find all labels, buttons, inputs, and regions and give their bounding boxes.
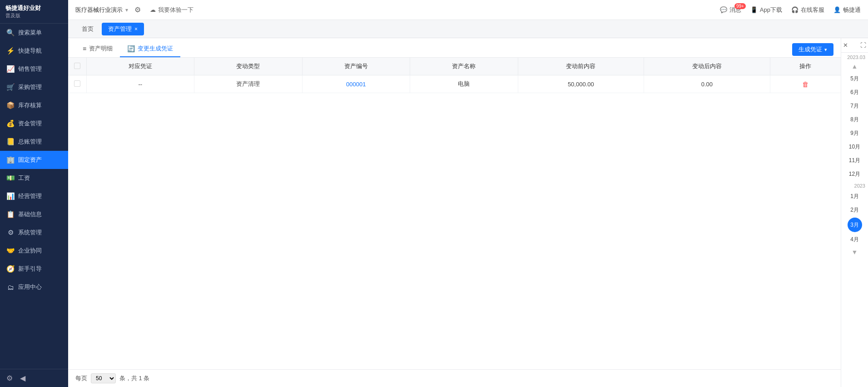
guide-icon: 🧭 bbox=[6, 265, 15, 273]
sidebar-item-ops[interactable]: 📊 经营管理 bbox=[0, 187, 68, 205]
select-all-checkbox[interactable] bbox=[74, 63, 80, 69]
experience-item[interactable]: ☁ 我要体验一下 bbox=[150, 6, 193, 14]
company-title: 医疗器械行业演示 ▾ bbox=[75, 6, 128, 14]
calendar-month-12[interactable]: 12月 bbox=[843, 168, 866, 181]
sidebar-item-label: 总账管理 bbox=[18, 138, 42, 146]
sidebar-item-app-center[interactable]: 🗂 应用中心 bbox=[0, 278, 68, 296]
generate-voucher-button[interactable]: 生成凭证 ▾ bbox=[792, 43, 833, 56]
calendar-month-7[interactable]: 7月 bbox=[843, 99, 866, 113]
app-download-button[interactable]: 📱 App下载 bbox=[750, 6, 782, 14]
table-header-row: 对应凭证 变动类型 资产编号 资产名称 变动前内容 变动后内容 操作 bbox=[68, 58, 841, 75]
main-content: 医疗器械行业演示 ▾ ⚙ ☁ 我要体验一下 💬 消息 99+ 📱 App下载 🎧… bbox=[68, 0, 868, 387]
calendar-scroll-up[interactable]: ▲ bbox=[841, 61, 868, 72]
user-menu[interactable]: 👤 畅捷通 bbox=[833, 6, 861, 14]
app-center-icon: 🗂 bbox=[6, 283, 15, 291]
sidebar-item-funds[interactable]: 💰 资金管理 bbox=[0, 114, 68, 133]
sub-tab-change-voucher[interactable]: 🔄 变更生成凭证 bbox=[120, 42, 180, 57]
tab-close-icon[interactable]: × bbox=[134, 26, 138, 32]
settings-gear-icon[interactable]: ⚙ bbox=[134, 5, 141, 14]
sidebar-item-quicknav[interactable]: ⚡ 快捷导航 bbox=[0, 42, 68, 60]
sidebar-item-label: 快捷导航 bbox=[18, 47, 42, 55]
calendar-month-6[interactable]: 6月 bbox=[843, 86, 866, 99]
main-tabbar: 首页 资产管理 × bbox=[68, 20, 868, 38]
user-icon: 👤 bbox=[833, 6, 841, 13]
calendar-months-list: 2023.03 ▲ 5月 6月 7月 8月 9月 10月 11月 12月 202… bbox=[841, 53, 868, 387]
online-service-button[interactable]: 🎧 在线客服 bbox=[791, 6, 824, 14]
sidebar-item-guide[interactable]: 🧭 新手引导 bbox=[0, 260, 68, 278]
calendar-month-1[interactable]: 1月 bbox=[843, 190, 866, 203]
user-label: 畅捷通 bbox=[843, 6, 861, 14]
sidebar-item-purchase[interactable]: 🛒 采购管理 bbox=[0, 78, 68, 96]
inventory-icon: 📦 bbox=[6, 101, 15, 109]
per-page-label: 每页 bbox=[75, 374, 87, 382]
sidebar-item-basic-info[interactable]: 📋 基础信息 bbox=[0, 205, 68, 223]
sidebar-logo: 畅捷通好业财 普及版 bbox=[0, 0, 68, 24]
asset-table: 对应凭证 变动类型 资产编号 资产名称 变动前内容 变动后内容 操作 bbox=[68, 58, 841, 93]
payroll-icon: 💵 bbox=[6, 174, 15, 182]
calendar-month-4[interactable]: 4月 bbox=[843, 233, 866, 246]
calendar-month-2[interactable]: 2月 bbox=[843, 203, 866, 217]
select-all-checkbox-cell bbox=[68, 58, 86, 75]
col-before-content: 变动前内容 bbox=[518, 58, 644, 75]
settings-icon[interactable]: ⚙ bbox=[6, 374, 13, 382]
collapse-icon[interactable]: ◀ bbox=[20, 374, 25, 382]
sidebar-item-inventory[interactable]: 📦 库存核算 bbox=[0, 96, 68, 114]
sidebar-item-sales[interactable]: 📈 销售管理 bbox=[0, 60, 68, 78]
tab-home-label: 首页 bbox=[82, 25, 94, 33]
col-action: 操作 bbox=[770, 58, 841, 75]
sidebar-bottom: ⚙ ◀ bbox=[0, 369, 68, 387]
calendar-panel: ✕ ⛶ 2023.03 ▲ 5月 6月 7月 8月 9月 10月 11月 12月… bbox=[841, 38, 868, 387]
calendar-scroll-down[interactable]: ▼ bbox=[841, 247, 868, 258]
download-icon: 📱 bbox=[750, 6, 758, 13]
sidebar-item-search[interactable]: 🔍 搜索菜单 bbox=[0, 24, 68, 42]
sidebar-item-label: 新手引导 bbox=[18, 265, 42, 273]
sidebar-item-fixed-assets[interactable]: 🏢 固定资产 bbox=[0, 151, 68, 169]
experience-label: 我要体验一下 bbox=[158, 6, 193, 14]
collab-icon: 🤝 bbox=[6, 247, 15, 255]
calendar-month-9[interactable]: 9月 bbox=[843, 127, 866, 140]
sub-tab-change-voucher-label: 变更生成凭证 bbox=[138, 45, 173, 53]
funds-icon: 💰 bbox=[6, 119, 15, 128]
online-service-label: 在线客服 bbox=[801, 6, 824, 14]
sidebar-item-label: 应用中心 bbox=[18, 283, 42, 291]
sidebar-item-payroll[interactable]: 💵 工资 bbox=[0, 169, 68, 187]
col-asset-code: 资产编号 bbox=[302, 58, 410, 75]
fixed-assets-icon: 🏢 bbox=[6, 156, 15, 164]
tab-home[interactable]: 首页 bbox=[75, 23, 100, 35]
tab-asset-label: 资产管理 bbox=[108, 25, 132, 33]
sidebar-item-label: 资金管理 bbox=[18, 119, 42, 128]
col-voucher: 对应凭证 bbox=[86, 58, 194, 75]
calendar-close-icon[interactable]: ✕ bbox=[843, 42, 848, 49]
sidebar-item-system[interactable]: ⚙ 系统管理 bbox=[0, 223, 68, 242]
sidebar-item-label: 工资 bbox=[18, 174, 30, 182]
per-page-select[interactable]: 50 10 20 100 bbox=[91, 373, 116, 383]
calendar-month-5[interactable]: 5月 bbox=[843, 72, 866, 85]
calendar-expand-icon[interactable]: ⛶ bbox=[860, 42, 866, 49]
app-name: 畅捷通好业财 bbox=[5, 5, 63, 12]
sidebar-item-label: 库存核算 bbox=[18, 101, 42, 109]
col-asset-name: 资产名称 bbox=[410, 58, 518, 75]
sidebar-item-collab[interactable]: 🤝 企业协同 bbox=[0, 242, 68, 260]
delete-row-button[interactable]: 🗑 bbox=[802, 80, 809, 88]
calendar-month-3-active[interactable]: 3月 bbox=[848, 218, 862, 232]
calendar-month-8[interactable]: 8月 bbox=[843, 113, 866, 126]
tab-asset-management[interactable]: 资产管理 × bbox=[102, 23, 144, 35]
sidebar-item-label: 企业协同 bbox=[18, 247, 42, 255]
calendar-year-2023: 2023 bbox=[841, 181, 868, 189]
topbar: 医疗器械行业演示 ▾ ⚙ ☁ 我要体验一下 💬 消息 99+ 📱 App下载 🎧… bbox=[68, 0, 868, 20]
topbar-right: 💬 消息 99+ 📱 App下载 🎧 在线客服 👤 畅捷通 bbox=[720, 6, 861, 14]
sidebar-item-label: 销售管理 bbox=[18, 65, 42, 73]
sub-tab-asset-detail[interactable]: ≡ 资产明细 bbox=[75, 42, 120, 57]
calendar-month-10[interactable]: 10月 bbox=[843, 140, 866, 154]
calendar-month-11[interactable]: 11月 bbox=[843, 154, 866, 167]
row-checkbox[interactable] bbox=[74, 80, 80, 87]
total-label: 条，共 1 条 bbox=[119, 374, 149, 382]
sidebar-item-ledger[interactable]: 📒 总账管理 bbox=[0, 133, 68, 151]
message-icon: 💬 bbox=[720, 6, 727, 13]
quicknav-icon: ⚡ bbox=[6, 47, 15, 55]
sidebar: 畅捷通好业财 普及版 🔍 搜索菜单 ⚡ 快捷导航 📈 销售管理 🛒 采购管理 📦… bbox=[0, 0, 68, 387]
cell-after-content: 0.00 bbox=[644, 75, 770, 93]
chevron-down-icon[interactable]: ▾ bbox=[125, 7, 128, 13]
col-after-content: 变动后内容 bbox=[644, 58, 770, 75]
messages-button[interactable]: 💬 消息 99+ bbox=[720, 6, 741, 14]
